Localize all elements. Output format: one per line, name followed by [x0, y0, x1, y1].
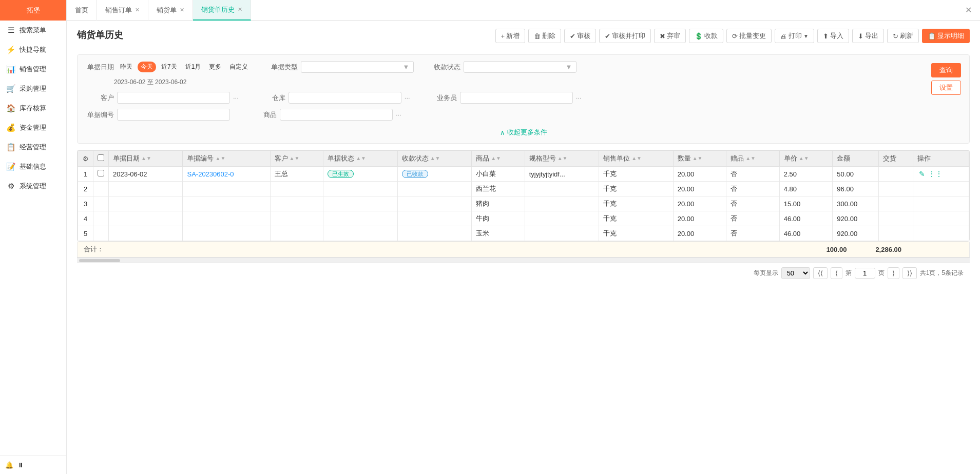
doc-no-sort-icon: ▲▼ [215, 156, 225, 161]
doc-type-select[interactable]: ▼ [301, 61, 414, 73]
import-button[interactable]: ⬆ 导入 [817, 29, 849, 43]
more-action-icon[interactable]: ⋮⋮ [928, 170, 943, 178]
gift-sort-icon: ▲▼ [745, 156, 756, 161]
export-icon: ⬇ [858, 32, 863, 40]
summary-total-qty: 100.00 [818, 246, 855, 253]
cell-num: 2 [78, 182, 93, 196]
tab-home[interactable]: 首页 [67, 0, 97, 21]
date-tag-yesterday[interactable]: 昨天 [117, 62, 136, 72]
row-checkbox[interactable] [98, 170, 104, 176]
tab-sales-history-close[interactable]: ✕ [238, 6, 242, 13]
col-collect-status[interactable]: 收款状态▲▼ [397, 151, 471, 167]
goods-sort-icon: ▲▼ [491, 156, 501, 161]
collapse-button[interactable]: ∧ 收起更多条件 [86, 128, 961, 137]
select-all-checkbox[interactable] [98, 154, 104, 161]
date-tag-today[interactable]: 今天 [138, 62, 156, 72]
date-tag-last7[interactable]: 近7天 [158, 62, 180, 72]
col-checkbox[interactable] [93, 151, 109, 167]
print-button[interactable]: 🖨 打印 ▼ [775, 29, 814, 43]
goods-input[interactable] [280, 109, 393, 121]
sidebar-item-sys-mgmt[interactable]: ⚙ 系统管理 [0, 176, 66, 196]
sidebar-bottom: 🔔 ⏸ [0, 456, 66, 474]
cell-doc-status [323, 226, 397, 241]
show-detail-button[interactable]: 📋 显示明细 [922, 29, 970, 43]
col-settings[interactable]: ⚙ [78, 151, 93, 167]
cell-spec [525, 226, 599, 241]
query-button[interactable]: 查询 [931, 63, 961, 77]
warehouse-ellipsis[interactable]: ··· [405, 94, 410, 102]
goods-ellipsis[interactable]: ··· [396, 111, 401, 118]
next-page-button[interactable]: ⟩ [888, 267, 899, 279]
table-row: 5 玉米 千克 20.00 否 46.00 920.00 [78, 226, 969, 241]
cell-trade [878, 226, 913, 241]
inventory-icon: 🏠 [6, 104, 15, 113]
col-unit-price[interactable]: 单价▲▼ [779, 151, 833, 167]
collect-status-arrow: ▼ [566, 63, 572, 71]
tab-sales-goods-close[interactable]: ✕ [180, 7, 184, 13]
cell-checkbox[interactable] [93, 226, 109, 241]
sidebar-item-inventory[interactable]: 🏠 库存核算 [0, 98, 66, 118]
col-customer[interactable]: 客户▲▼ [270, 151, 323, 167]
edit-action-icon[interactable]: ✎ [919, 170, 925, 178]
close-all-tabs[interactable]: ✕ [957, 5, 980, 15]
last-page-button[interactable]: ⟩⟩ [902, 267, 917, 279]
sidebar-item-base-info[interactable]: 📝 基础信息 [0, 157, 66, 176]
scrollbar-thumb[interactable] [79, 259, 120, 262]
first-page-button[interactable]: ⟨⟨ [813, 267, 828, 279]
sidebar-item-purchase-mgmt[interactable]: 🛒 采购管理 [0, 79, 66, 98]
cell-action [913, 211, 969, 226]
export-button[interactable]: ⬇ 导出 [852, 29, 884, 43]
sidebar-item-search-menu[interactable]: ☰ 搜索菜单 [0, 21, 66, 40]
col-doc-no[interactable]: 单据编号▲▼ [183, 151, 270, 167]
audit-button[interactable]: ✔ 审核 [564, 29, 596, 43]
horizontal-scrollbar[interactable] [77, 258, 970, 263]
prev-page-button[interactable]: ⟨ [831, 267, 842, 279]
customer-ellipsis[interactable]: ··· [233, 94, 239, 102]
sidebar-item-finance[interactable]: 💰 资金管理 [0, 118, 66, 137]
col-goods[interactable]: 商品▲▼ [472, 151, 525, 167]
date-tag-more[interactable]: 更多 [206, 62, 224, 72]
col-gift[interactable]: 赠品▲▼ [726, 151, 780, 167]
tab-sales-order[interactable]: 销售订单 ✕ [97, 0, 148, 21]
col-sales-unit[interactable]: 销售单位▲▼ [599, 151, 673, 167]
cell-checkbox[interactable] [93, 211, 109, 226]
cell-customer: 王总 [270, 167, 323, 182]
cell-checkbox[interactable] [93, 182, 109, 196]
add-button[interactable]: + 新增 [495, 29, 526, 43]
per-page-select[interactable]: 50 100 200 [781, 267, 810, 279]
audit-icon: ✔ [570, 32, 575, 40]
pause-icon[interactable]: ⏸ [17, 461, 24, 469]
col-qty[interactable]: 数量▲▼ [673, 151, 726, 167]
col-doc-status[interactable]: 单据状态▲▼ [323, 151, 397, 167]
page-input[interactable] [855, 268, 875, 279]
col-doc-date[interactable]: 单据日期▲▼ [109, 151, 183, 167]
sales-rep-input[interactable] [460, 92, 573, 104]
sidebar-item-sales-mgmt[interactable]: 📊 销售管理 [0, 60, 66, 79]
set-button[interactable]: 设置 [931, 81, 961, 95]
collect-button[interactable]: 💲 收款 [689, 29, 723, 43]
sidebar-item-ops-mgmt[interactable]: 📋 经营管理 [0, 137, 66, 157]
tab-sales-order-close[interactable]: ✕ [135, 7, 140, 13]
delete-button[interactable]: 🗑 删除 [528, 29, 561, 43]
collect-status-select[interactable]: ▼ [464, 61, 577, 73]
warehouse-input[interactable] [289, 92, 401, 104]
notification-icon[interactable]: 🔔 [5, 461, 13, 469]
cell-doc-no [183, 196, 270, 211]
date-tag-custom[interactable]: 自定义 [226, 62, 251, 72]
audit-print-button[interactable]: ✔ 审核并打印 [599, 29, 651, 43]
sidebar-item-quick-nav[interactable]: ⚡ 快捷导航 [0, 40, 66, 60]
sales-rep-ellipsis[interactable]: ··· [576, 94, 582, 102]
refresh-button[interactable]: ↻ 刷新 [887, 29, 919, 43]
tab-sales-history[interactable]: 销货单历史 ✕ [193, 0, 251, 21]
col-spec[interactable]: 规格型号▲▼ [525, 151, 599, 167]
batch-change-button[interactable]: ⟳ 批量变更 [726, 29, 772, 43]
discard-button[interactable]: ✖ 弃审 [654, 29, 686, 43]
date-tag-last-month[interactable]: 近1月 [182, 62, 204, 72]
customer-input[interactable] [117, 92, 230, 104]
cell-checkbox[interactable] [93, 196, 109, 211]
cell-qty: 20.00 [673, 211, 726, 226]
doc-no-input[interactable] [117, 109, 230, 121]
tab-sales-goods[interactable]: 销货单 ✕ [148, 0, 193, 21]
cell-checkbox[interactable] [93, 167, 109, 182]
cell-doc-no [183, 211, 270, 226]
